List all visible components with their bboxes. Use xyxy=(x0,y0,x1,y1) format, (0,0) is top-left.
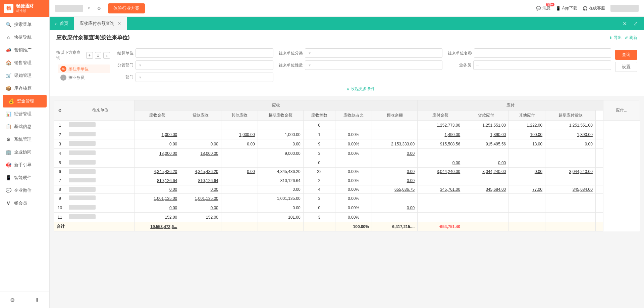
table-cell[interactable]: 1,001,135.00 xyxy=(135,194,180,203)
summary-ar-amount[interactable]: 19,553,472,6... xyxy=(135,222,180,231)
filter-settings-button[interactable]: ⊙ xyxy=(95,52,102,59)
table-cell[interactable]: 810,126.64 xyxy=(135,176,180,185)
table-cell[interactable]: 0.00 xyxy=(372,168,417,176)
table-cell[interactable]: 0.00 xyxy=(135,203,180,213)
tab-maximize-icon[interactable]: ⤢ xyxy=(631,19,640,28)
table-cell[interactable]: 1,251,551.00 xyxy=(463,121,509,130)
table-cell[interactable]: 0.00 xyxy=(372,176,417,185)
table-cell[interactable]: 18,000.00 xyxy=(180,149,221,158)
sidebar-item-system[interactable]: ⚙ 系统管理 xyxy=(0,133,49,146)
scheme-by-salesman[interactable]: ○ 按业务员 xyxy=(58,73,110,82)
tab-close-window-icon[interactable]: ✕ xyxy=(620,19,629,28)
table-cell[interactable]: 0.00 xyxy=(372,203,417,213)
table-cell[interactable]: 0.00 xyxy=(135,185,180,194)
solution-button[interactable]: 体验行业方案 xyxy=(108,3,145,13)
settlement-dots: ··· xyxy=(139,51,142,55)
sidebar-item-enterprise[interactable]: 🏢 企业协同 xyxy=(0,146,49,159)
sidebar-item-quick-nav[interactable]: ⌂ 快捷导航 xyxy=(0,31,49,44)
sidebar-item-basic-info[interactable]: 📋 基础信息 xyxy=(0,120,49,133)
table-cell[interactable]: 0.00 xyxy=(221,168,258,176)
table-cell xyxy=(221,203,258,213)
setting-button[interactable]: 设置 xyxy=(615,62,637,72)
sidebar-item-finance[interactable]: 💰 资金管理 xyxy=(3,95,47,107)
collapse-more-button[interactable]: ∧ 收起更多条件 xyxy=(344,85,378,93)
table-cell[interactable]: 1,390.00 xyxy=(463,130,509,139)
sidebar-item-inventory[interactable]: 📦 库存核算 xyxy=(0,82,49,95)
tab-home[interactable]: ⌂ 首页 xyxy=(50,17,74,30)
table-cell[interactable]: 152.00 xyxy=(135,213,180,222)
filter-collapse-button[interactable]: « xyxy=(103,52,110,59)
table-cell[interactable]: 1,222.00 xyxy=(509,121,545,130)
tab-ar-ap-query[interactable]: 应收应付余额查询 ✕ xyxy=(74,17,127,30)
table-cell[interactable]: 1,390.00 xyxy=(545,130,596,139)
sidebar-item-purchase[interactable]: 🛒 采购管理 xyxy=(0,69,49,82)
sidebar-item-guide[interactable]: 🎯 新手引导 xyxy=(0,159,49,171)
messages-button[interactable]: 💬 消息 99+ xyxy=(536,5,550,11)
table-cell[interactable]: 915,508.56 xyxy=(418,139,463,149)
table-cell[interactable]: 1,252,773.00 xyxy=(418,121,463,130)
table-cell[interactable]: 3,044,240.00 xyxy=(545,168,596,176)
table-cell[interactable]: 1,251,551.00 xyxy=(545,121,596,130)
table-cell[interactable]: 810,126.64 xyxy=(180,176,221,185)
salesman-input[interactable]: ··· xyxy=(473,60,611,70)
table-cell[interactable]: 0.00 xyxy=(135,139,180,149)
partner-nature-select[interactable]: ▼ xyxy=(305,60,442,70)
table-settings-icon[interactable]: ⚙ xyxy=(58,108,62,113)
sidebar-item-wechat[interactable]: 💬 企业微信 xyxy=(0,184,49,197)
table-cell[interactable]: 4,345,436.20 xyxy=(180,168,221,176)
sidebar-item-search-menu[interactable]: 🔍 搜索菜单 xyxy=(0,18,49,31)
table-cell[interactable]: 152.00 xyxy=(180,213,221,222)
table-cell[interactable]: 0.00 xyxy=(509,168,545,176)
table-cell[interactable]: 77.00 xyxy=(509,185,545,194)
table-cell[interactable]: 0.00 xyxy=(418,158,463,168)
table-cell[interactable]: 345,684.00 xyxy=(463,185,509,194)
sidebar-item-marketing[interactable]: 📣 营销推广 xyxy=(0,44,49,56)
sidebar-item-sales[interactable]: 🏠 销售管理 xyxy=(0,56,49,69)
table-cell[interactable]: 18,000.00 xyxy=(135,149,180,158)
table-cell[interactable]: 4,345,436.20 xyxy=(135,168,180,176)
table-cell[interactable]: 1,000.00 xyxy=(221,130,258,139)
refresh-button[interactable]: ↺ 刷新 xyxy=(625,35,637,41)
table-cell[interactable]: 13.00 xyxy=(509,139,545,149)
table-cell[interactable]: 345,761.00 xyxy=(418,185,463,194)
table-cell[interactable]: 2,153,333.00 xyxy=(372,139,417,149)
table-cell[interactable]: 0.00 xyxy=(180,139,221,149)
user-info[interactable]: 用户名 xyxy=(610,5,639,12)
division-dept-select[interactable]: ▼ xyxy=(136,60,273,70)
table-cell[interactable]: 0.00 xyxy=(372,149,417,158)
table-cell[interactable]: 1,490.00 xyxy=(418,130,463,139)
table-cell[interactable]: 915,495.56 xyxy=(463,139,509,149)
sidebar-item-hardware[interactable]: 📱 智能硬件 xyxy=(0,171,49,184)
settlement-unit-input[interactable]: ··· xyxy=(136,48,273,58)
table-cell[interactable]: 0.00 xyxy=(180,185,221,194)
table-cell[interactable]: 3,044,240.00 xyxy=(418,168,463,176)
department-select[interactable]: ▼ xyxy=(136,73,273,82)
table-cell[interactable]: 100.00 xyxy=(509,130,545,139)
gear-icon[interactable]: ⚙ xyxy=(95,4,104,13)
scheme-by-partner[interactable]: 畅 按往来单位 xyxy=(58,64,110,73)
table-cell[interactable]: 345,684.00 xyxy=(545,185,596,194)
filter-add-button[interactable]: + xyxy=(86,52,93,59)
th-ar-prepay: 预收余额 xyxy=(372,111,417,121)
partner-category-select[interactable]: ▼ xyxy=(305,48,442,58)
table-cell[interactable]: 1,000.00 xyxy=(135,130,180,139)
query-button[interactable]: 查询 xyxy=(615,50,637,60)
tab-close-icon[interactable]: ✕ xyxy=(118,21,121,26)
sidebar-item-operation[interactable]: 📊 经营管理 xyxy=(0,107,49,120)
sidebar-settings-icon[interactable]: ⚙ xyxy=(7,295,18,305)
online-service-button[interactable]: 🎧 在线客服 xyxy=(583,5,605,11)
table-cell[interactable]: 0.00 xyxy=(221,139,258,149)
sidebar-collapse-icon[interactable]: ⏸ xyxy=(32,295,42,305)
table-cell[interactable]: 0.00 xyxy=(180,203,221,213)
export-button[interactable]: ⬆ 导出 xyxy=(609,35,622,41)
sidebar-item-member[interactable]: V 畅会员 xyxy=(0,197,49,210)
app-download-button[interactable]: 📱 App下载 xyxy=(556,5,577,11)
table-cell[interactable]: 3,044,240.00 xyxy=(463,168,509,176)
table-cell[interactable]: 0.00 xyxy=(463,158,509,168)
table-cell[interactable]: 0.00 xyxy=(545,139,596,149)
table-cell[interactable]: 655,636.75 xyxy=(372,185,417,194)
table-cell[interactable]: 1,001,135.00 xyxy=(180,194,221,203)
wechat-icon: 💬 xyxy=(5,188,11,193)
table-wrapper[interactable]: ⚙ 往来单位 应收 应付 应付... 应收金额 贷款应收 其他应收 xyxy=(54,100,640,231)
partner-name-input[interactable] xyxy=(474,48,611,58)
